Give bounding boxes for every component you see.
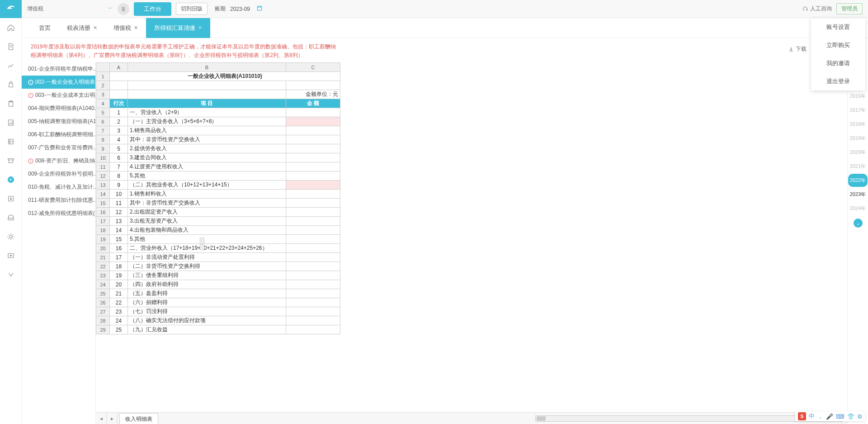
cell[interactable]: 25 xyxy=(110,325,128,334)
user-menu-item[interactable]: 我的邀请 xyxy=(811,54,865,72)
user-menu-item[interactable]: 退出登录 xyxy=(811,72,865,91)
calendar-icon[interactable] xyxy=(256,5,263,13)
nav-chart-icon[interactable] xyxy=(0,56,22,75)
row-header[interactable]: 26 xyxy=(96,298,110,307)
nav-archive-icon[interactable] xyxy=(0,151,22,170)
cell[interactable] xyxy=(286,325,340,334)
row-header[interactable]: 25 xyxy=(96,289,110,298)
cell[interactable] xyxy=(286,271,340,280)
nav-report-icon[interactable] xyxy=(0,113,22,132)
cell[interactable] xyxy=(286,235,340,244)
row-header[interactable]: 5 xyxy=(96,108,110,117)
row-header[interactable]: 9 xyxy=(96,144,110,153)
col-header[interactable]: A xyxy=(110,63,128,72)
page-tab[interactable]: 增值税✕ xyxy=(105,18,146,38)
ime-tool-icon[interactable]: ⚙ xyxy=(857,413,863,420)
cell[interactable]: 12 xyxy=(110,208,128,217)
row-header[interactable]: 22 xyxy=(96,262,110,271)
header-round-icon[interactable] xyxy=(118,3,129,15)
ime-keyboard-icon[interactable]: ⌨ xyxy=(836,413,844,420)
cell[interactable]: （七）罚没利得 xyxy=(128,307,286,316)
cell[interactable] xyxy=(286,126,340,135)
nav-doc-icon[interactable] xyxy=(0,37,22,56)
cell[interactable] xyxy=(286,208,340,217)
workspace-button[interactable]: 工作台 xyxy=(134,2,171,16)
form-list-item[interactable]: !003-一般企业成本支出明细... xyxy=(22,89,95,102)
row-header[interactable]: 4 xyxy=(96,99,110,108)
row-header[interactable]: 28 xyxy=(96,316,110,325)
cell[interactable]: 2 xyxy=(110,117,128,126)
year-item[interactable]: 2024年 xyxy=(848,202,868,215)
cell[interactable]: 24 xyxy=(110,316,128,325)
ime-mic-icon[interactable]: 🎤 xyxy=(826,413,833,420)
row-header[interactable]: 15 xyxy=(96,199,110,208)
tab-close-icon[interactable]: ✕ xyxy=(134,25,138,31)
cell[interactable]: （八）确实无法偿付的应付款项 xyxy=(128,316,286,325)
nav-clipboard-icon[interactable] xyxy=(0,94,22,113)
nav-video-icon[interactable] xyxy=(0,246,22,265)
cell[interactable] xyxy=(286,226,340,235)
nav-tax-icon[interactable] xyxy=(0,132,22,151)
cell[interactable]: 16 xyxy=(110,244,128,253)
download-button[interactable]: 下载 xyxy=(788,45,807,53)
cell[interactable]: 18 xyxy=(110,262,128,271)
spreadsheet[interactable]: ‹ ABC1一般企业收入明细表(A101010)23金额单位：元4行次项 目金 … xyxy=(96,62,847,412)
row-header[interactable]: 18 xyxy=(96,226,110,235)
year-expand-icon[interactable]: ⌄ xyxy=(854,219,863,228)
cell[interactable]: 2.出租固定资产收入 xyxy=(128,208,286,217)
sheet-nav-prev[interactable]: ▸ xyxy=(107,413,118,424)
cell[interactable]: 23 xyxy=(110,307,128,316)
cell[interactable] xyxy=(286,135,340,144)
row-header[interactable]: 27 xyxy=(96,307,110,316)
cell[interactable] xyxy=(286,172,340,181)
cell[interactable] xyxy=(286,262,340,271)
year-item[interactable]: 2023年 xyxy=(848,188,868,201)
panel-collapse-handle[interactable]: ‹ xyxy=(200,238,204,250)
period-value[interactable]: 2023-09 xyxy=(230,6,250,12)
admin-button[interactable]: 管理员 xyxy=(836,3,863,14)
year-item[interactable]: 2022年 xyxy=(848,174,868,187)
row-header[interactable]: 10 xyxy=(96,153,110,162)
cell[interactable]: 其中：非货币性资产交换收入 xyxy=(128,135,286,144)
cell[interactable]: 1 xyxy=(110,108,128,117)
tab-close-icon[interactable]: ✕ xyxy=(93,25,97,31)
cell[interactable]: 20 xyxy=(110,280,128,289)
year-item[interactable]: 2020年 xyxy=(848,146,868,159)
cell[interactable]: （六）捐赠利得 xyxy=(128,298,286,307)
cell[interactable]: （五）盘盈利得 xyxy=(128,289,286,298)
cell[interactable]: 5.其他 xyxy=(128,172,286,181)
ime-punct[interactable]: ， xyxy=(817,412,823,420)
cell[interactable]: 1.销售材料收入 xyxy=(128,190,286,199)
cell[interactable] xyxy=(286,307,340,316)
nav-income-icon[interactable] xyxy=(0,170,22,189)
page-tab[interactable]: 所得税汇算清缴✕ xyxy=(146,18,210,38)
cell[interactable]: （二）非货币性资产交换利得 xyxy=(128,262,286,271)
year-item[interactable]: 2021年 xyxy=(848,160,868,173)
cell[interactable] xyxy=(286,289,340,298)
cell[interactable] xyxy=(286,153,340,162)
row-header[interactable]: 16 xyxy=(96,208,110,217)
nav-home-icon[interactable] xyxy=(0,18,22,37)
cell[interactable]: 4.让渡资产使用权收入 xyxy=(128,162,286,172)
cell[interactable] xyxy=(286,199,340,208)
row-header[interactable]: 1 xyxy=(96,72,110,81)
row-header[interactable]: 23 xyxy=(96,271,110,280)
cell[interactable]: 二、营业外收入（17+18+19+20+21+22+23+24+25+26） xyxy=(128,244,286,253)
cell[interactable] xyxy=(286,280,340,289)
cell[interactable]: 22 xyxy=(110,298,128,307)
cell[interactable]: 8 xyxy=(110,172,128,181)
row-header[interactable]: 21 xyxy=(96,253,110,262)
cell[interactable]: 2.提供劳务收入 xyxy=(128,144,286,153)
cell[interactable]: 21 xyxy=(110,289,128,298)
cell[interactable]: 4.出租包装物和商品收入 xyxy=(128,226,286,235)
cell[interactable] xyxy=(286,162,340,172)
row-header[interactable]: 19 xyxy=(96,235,110,244)
nav-inbox-icon[interactable] xyxy=(0,208,22,227)
row-header[interactable]: 6 xyxy=(96,117,110,126)
cell[interactable]: 其中：非货币性资产交换收入 xyxy=(128,199,286,208)
cell[interactable] xyxy=(286,108,340,117)
cell[interactable]: 一、营业收入（2+9） xyxy=(128,108,286,117)
cell[interactable] xyxy=(286,298,340,307)
col-header[interactable]: B xyxy=(128,63,286,72)
col-header[interactable]: C xyxy=(286,63,340,72)
